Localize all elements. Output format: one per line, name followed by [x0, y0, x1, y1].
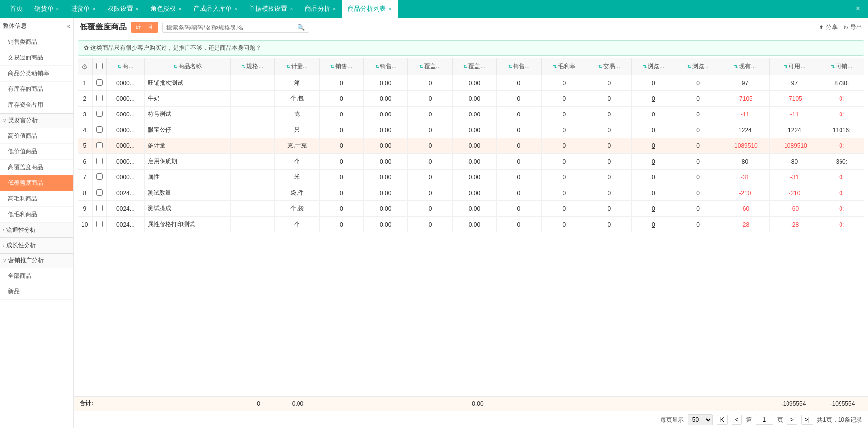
close-icon[interactable]: ×	[388, 6, 391, 12]
table-container: ⚙ ⇅商... ⇅商品名称 ⇅规格... ⇅计量... ⇅销售... ⇅销售..…	[74, 58, 868, 396]
col-id[interactable]: ⇅商...	[106, 58, 145, 75]
row-checkbox[interactable]	[92, 185, 106, 201]
col-cover2[interactable]: ⇅覆盖...	[452, 58, 496, 75]
header-actions: ⬆ 分享 ↻ 导出	[819, 23, 862, 31]
col-sales-qty[interactable]: ⇅销售...	[319, 58, 363, 75]
close-all-button[interactable]: ×	[852, 4, 864, 13]
row-sales-qty: 0	[319, 75, 363, 91]
row-browse1[interactable]: 0	[631, 122, 676, 138]
row-checkbox[interactable]	[92, 217, 106, 232]
search-icon[interactable]: 🔍	[297, 24, 305, 31]
sidebar-item-low-profit[interactable]: 低毛利商品	[0, 207, 73, 223]
sidebar-item-category-rate[interactable]: 商品分类动销率	[0, 66, 73, 82]
sidebar-item-low-coverage[interactable]: 低覆盖度商品	[0, 175, 73, 191]
sidebar-item-high-profit[interactable]: 高毛利商品	[0, 191, 73, 207]
data-table: ⚙ ⇅商... ⇅商品名称 ⇅规格... ⇅计量... ⇅销售... ⇅销售..…	[78, 58, 864, 232]
col-browse2[interactable]: ⇅浏览...	[676, 58, 720, 75]
row-browse1[interactable]: 0	[631, 170, 676, 185]
nav-tab-product-inbound[interactable]: 产成品入库单 ×	[188, 0, 243, 18]
row-browse1[interactable]: 0	[631, 107, 676, 122]
row-checkbox[interactable]	[92, 138, 106, 154]
row-name: 测试提成	[145, 201, 230, 217]
col-unit[interactable]: ⇅计量...	[275, 58, 319, 75]
flow-section-arrow[interactable]: ›	[3, 228, 4, 233]
sidebar-item-low-value[interactable]: 低价值商品	[0, 144, 73, 160]
nav-tab-analytics[interactable]: 商品分析 ×	[299, 0, 342, 18]
nav-tab-home[interactable]: 首页	[4, 0, 28, 18]
close-icon[interactable]: ×	[333, 6, 336, 12]
row-checkbox[interactable]	[92, 75, 106, 91]
share-button[interactable]: ⬆ 分享	[819, 23, 838, 31]
close-icon[interactable]: ×	[136, 6, 138, 12]
col-browse1[interactable]: ⇅浏览...	[631, 58, 676, 75]
marketing-section-arrow[interactable]: ∨	[3, 258, 6, 263]
nav-tab-sales[interactable]: 销货单 ×	[28, 0, 65, 18]
growth-section-arrow[interactable]: ›	[3, 243, 4, 248]
sidebar-item-all-goods[interactable]: 全部商品	[0, 268, 73, 284]
row-checkbox[interactable]	[92, 122, 106, 138]
main-layout: 整体信息 « 销售类商品 交易过的商品 商品分类动销率 有库存的商品 库存资金占…	[0, 18, 868, 428]
first-page-button[interactable]: K	[717, 415, 728, 425]
sidebar-item-stock-capital[interactable]: 库存资金占用	[0, 97, 73, 113]
row-checkbox[interactable]	[92, 170, 106, 185]
row-browse1[interactable]: 0	[631, 154, 676, 170]
col-sales3[interactable]: ⇅销售...	[497, 58, 541, 75]
sidebar-item-stocked-goods[interactable]: 有库存的商品	[0, 82, 73, 97]
row-checkbox[interactable]	[92, 91, 106, 107]
row-browse2: 0	[676, 91, 720, 107]
col-checkbox[interactable]	[92, 58, 106, 75]
nav-tab-template[interactable]: 单据模板设置 ×	[243, 0, 298, 18]
close-icon[interactable]: ×	[290, 6, 293, 12]
col-gross-rate[interactable]: ⇅毛利率	[541, 58, 587, 75]
page-input[interactable]	[756, 415, 773, 425]
nav-tab-permission[interactable]: 权限设置 ×	[102, 0, 144, 18]
per-page-select[interactable]: 50 20 100	[688, 414, 713, 425]
prev-page-button[interactable]: <	[732, 415, 742, 425]
nav-tab-analytics-list[interactable]: 商品分析列表 ×	[342, 0, 397, 18]
row-browse1[interactable]: 0	[631, 185, 676, 201]
close-icon[interactable]: ×	[234, 6, 237, 12]
close-icon[interactable]: ×	[178, 6, 181, 12]
export-button[interactable]: ↻ 导出	[843, 23, 862, 31]
settings-icon[interactable]: ⚙	[81, 63, 88, 71]
col-name[interactable]: ⇅商品名称	[145, 58, 230, 75]
last-page-button[interactable]: >|	[801, 415, 813, 425]
sidebar-item-high-coverage[interactable]: 高覆盖度商品	[0, 160, 73, 175]
row-browse1[interactable]: 0	[631, 217, 676, 232]
quality-section-arrow[interactable]: ∨	[3, 118, 6, 123]
next-page-button[interactable]: >	[787, 415, 797, 425]
row-checkbox[interactable]	[92, 154, 106, 170]
row-sales-amt: 0.00	[363, 107, 407, 122]
nav-tab-purchase[interactable]: 进货单 ×	[65, 0, 101, 18]
time-filter-button[interactable]: 近一月	[131, 22, 158, 33]
col-sellable[interactable]: ⇅可销...	[819, 58, 864, 75]
sidebar-item-new-goods[interactable]: 新品	[0, 284, 73, 300]
col-sales-amt[interactable]: ⇅销售...	[363, 58, 407, 75]
row-checkbox[interactable]	[92, 201, 106, 217]
col-settings[interactable]: ⚙	[78, 58, 92, 75]
row-browse1[interactable]: 0	[631, 75, 676, 91]
sidebar-item-high-value[interactable]: 高价值商品	[0, 128, 73, 144]
row-browse1[interactable]: 0	[631, 138, 676, 154]
sidebar-collapse-btn[interactable]: «	[67, 22, 70, 29]
row-current: -31	[720, 170, 770, 185]
col-spec[interactable]: ⇅规格...	[230, 58, 274, 75]
row-browse1[interactable]: 0	[631, 201, 676, 217]
growth-section-label: 成长性分析	[6, 241, 36, 250]
row-cover2: 0.00	[452, 107, 496, 122]
select-all-checkbox[interactable]	[96, 63, 103, 69]
row-trade: 0	[587, 154, 631, 170]
sidebar-item-traded-goods[interactable]: 交易过的商品	[0, 50, 73, 66]
col-available[interactable]: ⇅可用...	[770, 58, 819, 75]
row-browse1[interactable]: 0	[631, 91, 676, 107]
col-cover1[interactable]: ⇅覆盖...	[408, 58, 452, 75]
row-checkbox[interactable]	[92, 107, 106, 122]
close-icon[interactable]: ×	[92, 6, 95, 12]
col-trade[interactable]: ⇅交易...	[587, 58, 631, 75]
nav-tab-role[interactable]: 角色授权 ×	[144, 0, 187, 18]
search-input[interactable]	[166, 24, 297, 31]
row-unit: 箱	[275, 75, 319, 91]
col-current[interactable]: ⇅现有...	[720, 58, 770, 75]
sidebar-item-sales-goods[interactable]: 销售类商品	[0, 34, 73, 50]
close-icon[interactable]: ×	[56, 6, 59, 12]
